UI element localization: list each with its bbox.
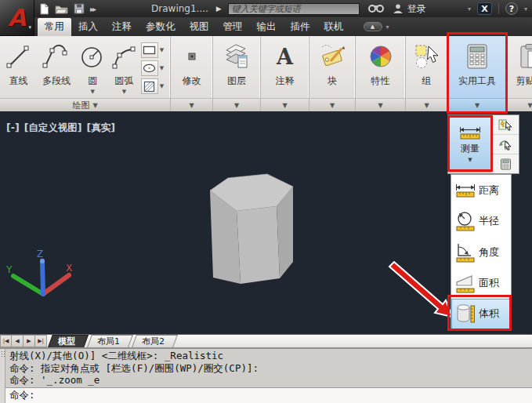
prev-layout-button[interactable]: ◀ — [12, 335, 24, 347]
exchange-apps-icon[interactable]: X — [477, 2, 492, 15]
menu-item-radius[interactable]: 半径 — [451, 205, 511, 236]
clipboard-panel-footer[interactable]: ▼ — [507, 98, 532, 111]
layers-button[interactable]: 图层 — [223, 36, 250, 98]
utilities-panel-footer[interactable]: ▼ — [448, 98, 506, 111]
clipboard-button[interactable]: 剪贴板 — [516, 36, 532, 98]
search-input[interactable] — [228, 3, 360, 15]
group-button[interactable]: 组 — [414, 36, 440, 98]
command-history-line: 命令: 指定对角点或 [栏选(F)/圈围(WP)/圈交(CP)]: — [9, 362, 528, 375]
tab-plugins[interactable]: 插件 — [284, 17, 317, 36]
command-input[interactable]: 命令: — [5, 387, 532, 403]
quick-access-toolbar: ▸▸ — [39, 3, 95, 15]
tab-online[interactable]: 联机 — [317, 17, 351, 36]
menu-item-distance[interactable]: 距离 — [451, 175, 511, 205]
ucs-icon — [13, 259, 69, 294]
tab-view[interactable]: 视图 — [183, 17, 216, 36]
properties-button[interactable]: 特性 — [368, 36, 393, 98]
volume-icon — [455, 303, 476, 324]
next-layout-button[interactable]: ▶ — [24, 335, 35, 347]
tab-manage[interactable]: 管理 — [216, 17, 250, 36]
group-icon — [414, 40, 440, 73]
group-panel-footer[interactable]: ▼ — [406, 98, 447, 111]
annotation-button[interactable]: A 注释 — [276, 36, 295, 98]
panel-layers: 图层 ▼ — [213, 36, 261, 111]
last-layout-button[interactable]: ▶| — [35, 335, 47, 347]
line-icon — [5, 40, 31, 73]
tab-annotate[interactable]: 注释 — [105, 17, 139, 36]
ellipse-dropdown-icon[interactable]: ▼ — [160, 65, 164, 71]
annotation-arrow — [389, 262, 452, 317]
ribbon-collapse-caret-icon[interactable]: ▾ — [386, 24, 389, 31]
polyline-button[interactable]: 多段线 — [35, 36, 78, 98]
user-icon[interactable] — [393, 3, 404, 14]
clipboard-icon — [519, 40, 532, 73]
search-icon[interactable] — [367, 3, 385, 15]
titlebar-dropdown-icon[interactable]: ▾ — [468, 5, 471, 13]
new-file-button[interactable] — [39, 3, 49, 15]
help-icon[interactable]: ? — [505, 2, 518, 15]
panel-annotation: A 注释 ▼ — [261, 36, 309, 111]
panel-utilities: 实用工具 ▼ — [448, 36, 507, 111]
command-history[interactable]: 射线(X)/其他(O)] <二维线框>: _Realistic命令: 指定对角点… — [5, 349, 532, 387]
ellipse-button[interactable] — [141, 60, 158, 76]
tab-model[interactable]: 模型 — [50, 335, 86, 347]
titlebar-right-cluster: ▾ X ? ▾ — [468, 2, 532, 15]
panel-modify: 修改 ▼ — [171, 36, 213, 111]
annotation-panel-footer[interactable]: ▼ — [261, 98, 309, 111]
command-prompt: 命令: — [9, 389, 35, 402]
measure-ruler-icon — [459, 126, 481, 140]
hatch-dropdown-icon[interactable]: ▼ — [160, 83, 164, 89]
command-history-line: 命令: '_.zoom _e — [9, 374, 528, 387]
line-button[interactable]: 直线 — [2, 36, 35, 98]
qat-more-icon[interactable]: ▸▸ — [90, 5, 95, 13]
menu-item-area[interactable]: 面积 — [451, 267, 511, 298]
autocad-window: ▸▸ Drawing1.... ▶ 登录 ▾ X ? ▾ A ▾ 常用 插入 注… — [0, 0, 532, 403]
modify-panel-footer[interactable]: ▼ — [171, 98, 212, 111]
block-button[interactable]: 块 — [318, 36, 346, 98]
save-button[interactable] — [74, 3, 85, 14]
modify-button[interactable]: 修改 — [183, 36, 201, 98]
panel-group: 组 ▼ — [406, 36, 448, 111]
circle-dropdown-icon[interactable]: ▼ — [91, 89, 95, 95]
radius-icon — [455, 211, 476, 231]
layers-icon — [223, 40, 250, 73]
quick-calculator-button[interactable] — [492, 154, 519, 173]
command-window-grip[interactable] — [0, 349, 5, 403]
select-similar-button[interactable] — [492, 135, 519, 154]
rectangle-button[interactable] — [141, 42, 158, 58]
first-layout-button[interactable]: |◀ — [0, 335, 12, 347]
autocad-logo-icon: A — [8, 6, 26, 30]
tab-home[interactable]: 常用 — [38, 18, 71, 36]
draw-panel-expand-icon: ▼ — [92, 102, 97, 109]
tab-insert[interactable]: 插入 — [71, 17, 105, 36]
tab-parametric[interactable]: 参数化 — [139, 17, 183, 36]
document-title: Drawing1.... — [151, 3, 208, 14]
rectangle-dropdown-icon[interactable]: ▼ — [160, 47, 164, 53]
application-menu-button[interactable]: A ▾ — [0, 0, 34, 36]
title-expand-icon[interactable]: ▶ — [216, 5, 222, 13]
utilities-button[interactable]: 实用工具 — [458, 36, 496, 98]
circle-button[interactable]: 圆 ▼ — [78, 36, 107, 98]
tab-layout2[interactable]: 布局2 — [134, 335, 176, 347]
tab-layout1[interactable]: 布局1 — [89, 335, 131, 347]
open-file-button[interactable] — [55, 4, 68, 14]
hatch-button[interactable] — [141, 78, 158, 94]
layers-panel-footer[interactable]: ▼ — [213, 98, 260, 111]
ribbon-collapse-button[interactable]: ▲ — [364, 22, 382, 31]
arc-button[interactable]: 圆弧 ▼ — [107, 36, 141, 98]
color-wheel-icon — [368, 40, 393, 73]
block-panel-footer[interactable]: ▼ — [309, 98, 355, 111]
menu-item-volume[interactable]: 体积 — [451, 299, 511, 329]
measure-button[interactable]: 测量 ▼ — [449, 116, 491, 172]
hexagonal-prism-solid — [210, 174, 293, 284]
menu-item-angle[interactable]: 角度 — [451, 237, 511, 267]
properties-panel-footer[interactable]: ▼ — [356, 98, 405, 111]
layout-tab-bar: |◀ ◀ ▶ ▶| 模型 布局1 布局2 — [0, 334, 532, 347]
draw-panel-footer[interactable]: 绘图 ▼ — [0, 98, 170, 111]
quick-select-button[interactable] — [492, 115, 519, 135]
ucs-y-label: Y — [5, 264, 13, 275]
sign-in-button[interactable]: 登录 — [407, 2, 426, 16]
tab-output[interactable]: 输出 — [250, 17, 284, 36]
arc-dropdown-icon[interactable]: ▼ — [122, 89, 126, 95]
help-dropdown-icon[interactable]: ▾ — [524, 5, 527, 13]
